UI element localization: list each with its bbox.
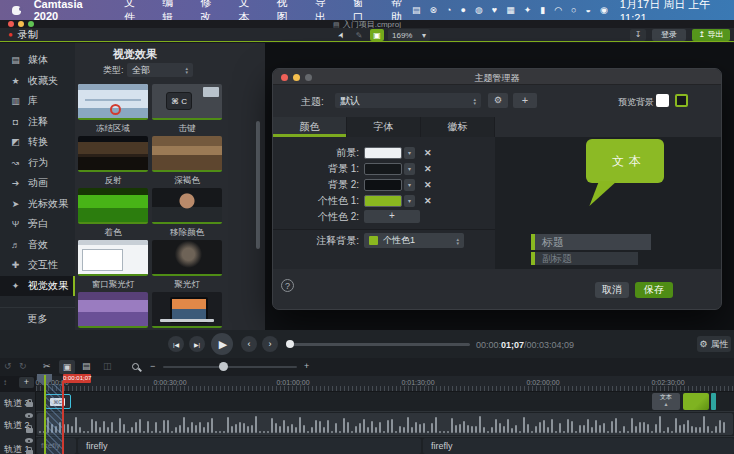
type-dropdown[interactable]: 全部 ▴▾ [127,63,193,77]
effect-card-keystrokes[interactable]: ⌘ C 击键 [152,84,222,135]
audio-clip[interactable] [37,413,733,435]
track-height-icon[interactable]: ↕ [3,378,7,387]
background1-color-well[interactable] [364,163,402,175]
add-theme-button[interactable]: + [513,93,537,108]
add-accent2-button[interactable]: + [364,210,420,223]
add-track-button[interactable]: + [19,377,34,388]
pointer-tool-icon[interactable]: ➤ [333,26,350,44]
remove-accent1-button[interactable]: ✕ [424,196,432,206]
bluetooth-icon[interactable]: ✦ [524,0,532,20]
shield-icon[interactable]: ♥ [492,0,497,20]
sidebar-item-library[interactable]: ▥库 [0,91,75,112]
effect-card-remove-color[interactable]: 移除颜色 [152,188,222,239]
effect-card-sepia[interactable]: 深褐色 [152,136,222,187]
preview-bg-dark-swatch[interactable] [675,94,688,107]
crossed-circle-icon[interactable]: ⊗ [430,0,438,20]
tab-colors[interactable]: 颜色 [273,117,347,137]
jump-to-start-button[interactable]: |◀ [168,336,184,352]
pen-tool-icon[interactable]: ✎ [352,29,366,41]
signin-button[interactable]: 登录 [652,29,686,41]
notification-icon[interactable]: ◍ [475,0,483,20]
effect-card-device-frame[interactable]: 设备框架 [152,292,222,330]
sidebar-item-animations[interactable]: ➔动画 [0,173,75,194]
sidebar-item-transitions[interactable]: ◩转换 [0,132,75,153]
save-button[interactable]: 保存 [635,282,673,298]
theme-options-button[interactable]: ⚙ [488,93,508,108]
effect-card-colorize[interactable]: 着色 [78,188,148,239]
sync-icon[interactable]: ◔ [446,0,451,20]
split-icon[interactable]: ◫ [103,361,112,371]
siri-icon[interactable]: ◉ [600,0,608,20]
track3-lock-icon[interactable] [26,402,33,407]
next-frame-button[interactable]: › [262,336,278,352]
cut-icon[interactable]: ✂ [43,361,51,371]
previous-frame-button[interactable]: ‹ [241,336,257,352]
video-clip[interactable]: firefly [78,438,421,454]
foreground-color-well[interactable] [364,147,402,159]
sidebar-item-media[interactable]: ▤媒体 [0,50,75,71]
apple-menu-icon[interactable] [12,6,21,15]
selection-in-marker[interactable] [44,375,46,454]
caret-down-icon[interactable]: ▾ [404,195,415,207]
playhead-line[interactable] [62,381,64,454]
cancel-button[interactable]: 取消 [595,282,629,298]
tab-fonts[interactable]: 字体 [347,117,421,137]
sidebar-item-audio-effects[interactable]: ♬音效 [0,235,75,256]
export-button[interactable]: ↥ 导出 [692,29,730,41]
record-button[interactable]: ● 录制 [8,28,38,41]
scrubber-thumb[interactable] [286,340,294,348]
copy-icon[interactable]: ▣ [59,360,75,374]
sidebar-item-annotations[interactable]: ◘注释 [0,112,75,133]
tab-logo[interactable]: 徽标 [421,117,495,137]
sidebar-item-interactivity[interactable]: ✚交互性 [0,255,75,276]
canvas-zoom-dropdown[interactable]: 169% ▾ [388,29,430,41]
background2-color-well[interactable] [364,179,402,191]
spotlight-icon[interactable]: ○ [571,0,576,20]
clip-edge-handle[interactable] [711,393,716,410]
caret-down-icon[interactable]: ▾ [404,179,415,191]
wifi-icon[interactable]: ◠ [554,0,562,20]
app-dot-icon[interactable]: ● [461,0,466,20]
preview-bg-white-swatch[interactable] [656,94,669,107]
battery-icon[interactable]: ▮ [540,0,545,20]
track2-eye-icon[interactable] [25,413,33,418]
timeline-ruler[interactable]: 0:00:00;00 0:00:30;00 0:01:00;00 0:01:30… [36,376,734,392]
sidebar-item-visual-effects[interactable]: ✦视觉效果 [0,276,75,297]
theme-dropdown[interactable]: 默认 ▴▾ [335,93,481,108]
timeline-zoom-slider[interactable] [163,366,297,368]
crop-tool-icon[interactable]: ▣ [370,29,384,41]
remove-foreground-button[interactable]: ✕ [424,148,432,158]
accent1-color-well[interactable] [364,195,402,207]
panel-scrollbar[interactable] [256,121,260,249]
callout-media-clip[interactable] [683,393,709,410]
caret-down-icon[interactable]: ▾ [404,147,415,159]
timeline-selection[interactable] [45,384,62,454]
track1-lock-icon[interactable] [26,450,33,454]
playhead-time-flag[interactable]: 0:00:01;07 [63,374,91,383]
keyboard-icon[interactable]: ▦ [506,0,515,20]
effect-card-freeze-region[interactable]: 冻结区域 [78,84,148,135]
sidebar-more-button[interactable]: 更多 [0,307,75,326]
zoom-out-icon[interactable]: − [150,361,155,371]
caret-down-icon[interactable]: ▾ [404,163,415,175]
annotation-bg-dropdown[interactable]: 个性色1 ▴▾ [364,233,464,248]
redo-icon[interactable]: ↻ [19,361,27,371]
help-button[interactable]: ? [281,279,294,292]
text-callout-clip[interactable]: 文本 ▴ [652,393,680,410]
window-icon[interactable]: ▤ [412,0,421,20]
effect-card-tint[interactable]: 色调 [78,292,148,330]
playback-scrubber[interactable] [288,343,470,346]
sidebar-item-voice-narration[interactable]: Ψ旁白 [0,214,75,235]
zoom-in-icon[interactable]: + [304,361,309,371]
video-clip[interactable]: firefly [423,438,734,454]
effect-card-reflection[interactable]: 反射 [78,136,148,187]
timeline-zoom-thumb[interactable] [219,362,228,371]
effect-card-spotlight[interactable]: 聚光灯 [152,240,222,291]
properties-button[interactable]: ⚙ 属性 [697,336,731,352]
track2-lock-icon[interactable] [26,428,33,433]
undo-icon[interactable]: ↺ [4,361,12,371]
sidebar-item-favorites[interactable]: ★收藏夹 [0,71,75,92]
effect-card-window-spotlight[interactable]: 窗口聚光灯 [78,240,148,291]
remove-background2-button[interactable]: ✕ [424,180,432,190]
play-button[interactable]: ▶ [211,333,233,355]
